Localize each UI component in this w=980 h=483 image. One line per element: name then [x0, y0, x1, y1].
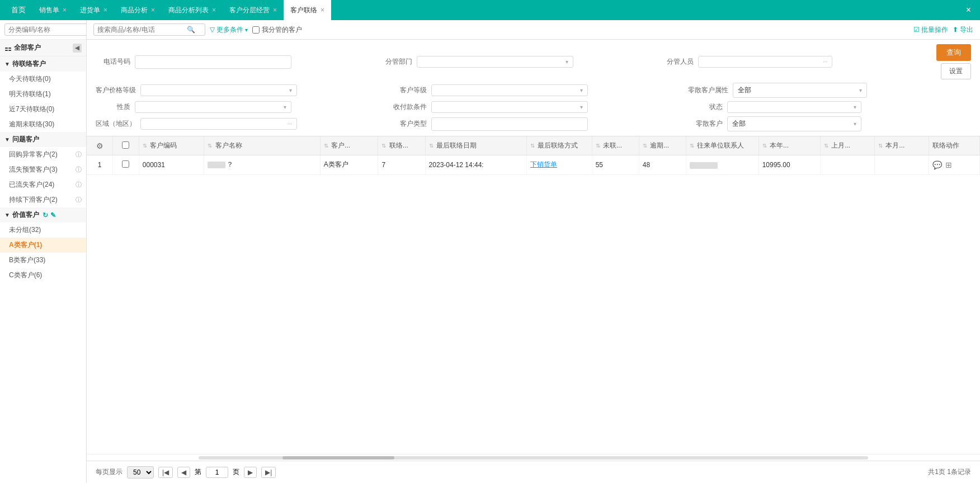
nav-home[interactable]: 首页 [4, 5, 32, 15]
filter-bar: 🔍 ▽ 更多条件 ▾ 我分管的客户 ☑ 批量操作 ⬆ 导出 [87, 20, 980, 40]
filter-search-input[interactable] [97, 26, 187, 34]
filter-status-arrow-icon: ▾ [854, 104, 856, 110]
filter-input-customer-type[interactable] [431, 117, 588, 131]
sidebar-item-churn-warn[interactable]: 流失预警客户(3) ⓘ [0, 162, 86, 177]
col-label-code: 客户编码 [150, 141, 177, 149]
nav-tab-customer-mgmt[interactable]: 客户分层经营 × [223, 0, 284, 20]
page-size-select[interactable]: 50 [127, 466, 154, 479]
row-checkbox[interactable] [122, 160, 129, 168]
sidebar-item-declining[interactable]: 持续下滑客户(2) ⓘ [0, 192, 86, 207]
sidebar-item-a-class[interactable]: A类客户(1) [0, 238, 86, 253]
table-wrapper: ⚙ ⇅ 客户编码 ⇅ 客户名称 [87, 136, 980, 454]
filter-select-dept[interactable]: ▾ [417, 56, 573, 68]
col-label-ctype: 客户... [331, 141, 350, 149]
sidebar-item-overdue[interactable]: 逾期未联络(30) [0, 117, 86, 132]
batch-ops-button[interactable]: ☑ 批量操作 [913, 25, 948, 35]
filter-more-conditions[interactable]: ▽ 更多条件 ▾ [210, 25, 248, 35]
sidebar-group-value[interactable]: ▼ 价值客户 ↻ ✎ [0, 207, 86, 222]
sidebar-item-abnormal[interactable]: 回购异常客户(2) ⓘ [0, 147, 86, 162]
filter-my-checkbox[interactable]: 我分管的客户 [252, 25, 302, 35]
close-tab-analysis-list-icon[interactable]: × [212, 6, 216, 14]
filter-select-status[interactable]: ▾ [727, 101, 861, 113]
col-header-settings[interactable]: ⚙ [87, 136, 113, 155]
sidebar-item-b-class[interactable]: B类客户(33) [0, 253, 86, 268]
col-sort-lastmonth-icon[interactable]: ⇅ [824, 143, 828, 149]
filter-select-nature[interactable]: ▾ [135, 101, 291, 113]
filter-retail-attr-value: 全部 [738, 86, 751, 95]
filter-nature-arrow-icon: ▾ [284, 104, 286, 110]
filter-input-phone[interactable] [135, 55, 291, 69]
sidebar-group-problem[interactable]: ▼ 问题客户 [0, 132, 86, 147]
prev-page-button[interactable]: ◀ [177, 467, 190, 478]
filter-select-person[interactable]: ··· [698, 56, 832, 68]
col-label-contact: 联络... [389, 141, 408, 149]
my-customers-checkbox[interactable] [252, 26, 260, 34]
qr-icon[interactable]: ⊞ [945, 160, 952, 169]
horizontal-scrollbar[interactable] [87, 454, 980, 461]
sidebar-item-tomorrow[interactable]: 明天待联络(1) [0, 87, 86, 102]
col-header-contact: ⇅ 联络... [378, 136, 425, 155]
export-button[interactable]: ⬆ 导出 [953, 25, 973, 35]
col-sort-lastdate-icon[interactable]: ⇅ [429, 143, 434, 149]
refresh-icon[interactable]: ↻ [43, 211, 48, 219]
last-contact-way[interactable]: 下销货单 [530, 160, 557, 168]
filter-field-phone: 电话号码 [96, 55, 364, 69]
filter-select-customer-level[interactable]: ▾ [431, 84, 588, 96]
first-page-button[interactable]: |◀ [158, 467, 173, 478]
col-header-checkbox[interactable] [113, 136, 139, 155]
col-sort-visits-icon[interactable]: ⇅ [690, 143, 694, 149]
filter-field-dept: 分管部门 ▾ [378, 56, 646, 68]
chat-icon[interactable]: 💬 [932, 160, 942, 169]
top-nav: 首页 销售单 × 进货单 × 商品分析 × 商品分析列表 × 客户分层经营 × … [0, 0, 980, 20]
nav-tab-customer-contact[interactable]: 客户联络 × [284, 0, 331, 20]
query-button[interactable]: 查询 [936, 44, 971, 61]
edit-icon[interactable]: ✎ [50, 211, 56, 219]
nav-tab-analysis[interactable]: 商品分析 × [114, 0, 162, 20]
filter-select-price-level[interactable]: ▾ [140, 84, 297, 96]
col-sort-uncontact-icon[interactable]: ⇅ [596, 143, 600, 149]
close-tab-customer-mgmt-icon[interactable]: × [273, 6, 277, 14]
col-sort-name-icon[interactable]: ⇅ [208, 143, 212, 149]
nav-tab-purchase[interactable]: 进货单 × [73, 0, 114, 20]
sidebar-item-churned[interactable]: 已流失客户(24) ⓘ [0, 177, 86, 192]
col-sort-lastway-icon[interactable]: ⇅ [530, 143, 535, 149]
filter-select-region[interactable]: ··· [140, 118, 297, 130]
sidebar-item-overdue-label: 逾期未联络(30) [9, 120, 54, 129]
table-body: 1 000031 ？ [87, 155, 980, 175]
content-area: 🔍 ▽ 更多条件 ▾ 我分管的客户 ☑ 批量操作 ⬆ 导出 [87, 20, 980, 483]
filter-label-person: 分管人员 [659, 57, 698, 67]
filter-select-retail-attr[interactable]: 全部 ▾ [733, 83, 867, 98]
page-number-input[interactable] [206, 467, 228, 478]
close-all-button[interactable]: × [962, 5, 976, 15]
settings-gear-icon[interactable]: ⚙ [96, 141, 103, 150]
filter-select-payment[interactable]: ▾ [431, 101, 588, 113]
sidebar-item-week[interactable]: 近7天待联络(0) [0, 102, 86, 117]
nav-tab-analysis-list[interactable]: 商品分析列表 × [162, 0, 223, 20]
close-tab-purchase-icon[interactable]: × [103, 6, 107, 14]
sidebar-item-unclassified[interactable]: 未分组(32) [0, 222, 86, 238]
sidebar-item-c-class[interactable]: C类客户(6) [0, 268, 86, 283]
col-sort-thisyear-icon[interactable]: ⇅ [762, 143, 767, 149]
nav-tab-sales[interactable]: 销售单 × [32, 0, 73, 20]
col-sort-code-icon[interactable]: ⇅ [143, 143, 147, 149]
setting-button[interactable]: 设置 [941, 63, 971, 79]
close-tab-customer-contact-icon[interactable]: × [321, 6, 324, 14]
close-tab-sales-icon[interactable]: × [63, 6, 67, 14]
sidebar-collapse-button[interactable]: ◀ [73, 44, 82, 53]
filter-select-retail[interactable]: 全部 ▾ [727, 116, 861, 131]
close-tab-analysis-icon[interactable]: × [151, 6, 155, 14]
select-all-checkbox[interactable] [122, 141, 129, 149]
col-sort-overdue-icon[interactable]: ⇅ [643, 143, 647, 149]
col-sort-thismonth-icon[interactable]: ⇅ [878, 143, 883, 149]
info-icon-churned: ⓘ [76, 181, 82, 189]
last-page-button[interactable]: ▶| [261, 467, 276, 478]
col-sort-contact-icon[interactable]: ⇅ [381, 143, 386, 149]
sidebar-group-pending[interactable]: ▼ 待联络客户 [0, 56, 86, 72]
next-page-button[interactable]: ▶ [244, 467, 257, 478]
cell-checkbox[interactable] [113, 155, 139, 175]
cell-visits [686, 155, 759, 175]
filter-search-icon[interactable]: 🔍 [187, 26, 195, 34]
sidebar-item-today[interactable]: 今天待联络(0) [0, 72, 86, 87]
sidebar-search-input[interactable] [4, 23, 87, 36]
col-sort-ctype-icon[interactable]: ⇅ [324, 143, 328, 149]
